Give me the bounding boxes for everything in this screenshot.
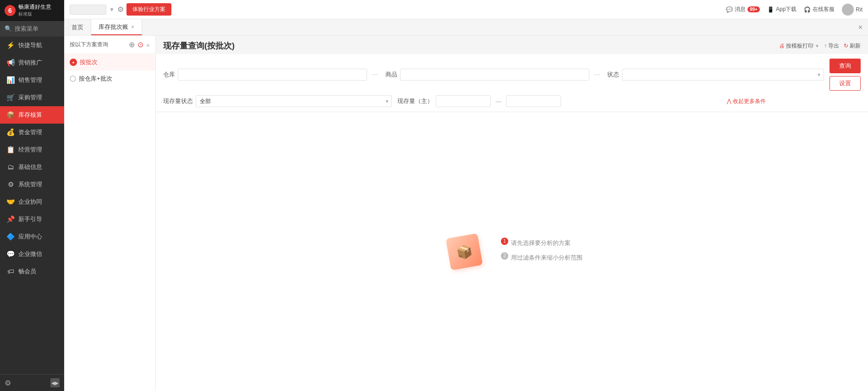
- product-filter: 商品 ···: [385, 69, 602, 81]
- guide-icon: 📌: [6, 215, 15, 223]
- basic-icon: 🗂: [6, 163, 15, 171]
- stock-qty-max-input[interactable]: [506, 95, 561, 107]
- product-input[interactable]: [400, 69, 589, 81]
- breadcrumb-input[interactable]: [70, 5, 106, 15]
- right-panel: 现存量查询(按批次) 🖨 按模板打印 ▼ ↑ 导出 ↻ 刷新: [156, 36, 868, 391]
- left-panel-actions: ⊕ ⊙ «: [129, 40, 150, 49]
- sidebar-menu: ⚡ 快捷导航 📢 营销推广 📊 销售管理 🛒 采购管理 📦 库存核算 💰 资金管…: [0, 37, 64, 374]
- sidebar-item-apps[interactable]: 🔷 应用中心: [0, 228, 64, 245]
- sidebar-item-label: 快捷导航: [18, 41, 42, 49]
- hint-1-num: 1: [501, 238, 508, 245]
- print-dropdown-icon[interactable]: ▼: [815, 43, 819, 49]
- online-service-btn[interactable]: 🎧 在线客服: [804, 5, 835, 13]
- refresh-icon: ↻: [844, 43, 848, 49]
- experience-btn[interactable]: 体验行业方案: [126, 3, 171, 16]
- sidebar-item-guide[interactable]: 📌 新手引导: [0, 211, 64, 228]
- app-version: 标准版: [18, 11, 51, 17]
- messages-badge: 99+: [747, 6, 760, 12]
- sidebar-item-enterprise[interactable]: 🤝 企业协同: [0, 193, 64, 211]
- scheme-item-warehouse-batch[interactable]: 按仓库+批次: [64, 71, 155, 87]
- sidebar-item-label: 采购管理: [18, 93, 42, 102]
- sidebar-item-label: 系统管理: [18, 180, 42, 189]
- marketing-icon: 📢: [6, 59, 15, 67]
- sidebar-item-label: 经营管理: [18, 146, 42, 154]
- refresh-btn[interactable]: ↻ 刷新: [844, 42, 861, 50]
- sidebar-footer: ⚙ ◀▶: [0, 374, 64, 391]
- search-icon: 🔍: [5, 25, 12, 32]
- sidebar-item-shortcut[interactable]: ⚡ 快捷导航: [0, 37, 64, 54]
- sidebar-scroll-btn[interactable]: ◀▶: [50, 378, 60, 387]
- batch-label: 按批次: [80, 58, 98, 66]
- warehouse-input[interactable]: [178, 69, 367, 81]
- topbar: ▼ ⚙ 体验行业方案 💬 消息 99+ 📱 App下载 🎧 在线客服 Rit: [64, 0, 868, 19]
- sidebar-header: 6 畅康通好生意 标准版: [0, 0, 64, 21]
- query-btn[interactable]: 查询: [830, 59, 861, 73]
- tab-close-right-btn[interactable]: ×: [853, 19, 868, 35]
- empty-illustration: 📦: [441, 229, 487, 275]
- app-download-label: App下载: [776, 5, 797, 13]
- sidebar-item-operations[interactable]: 📋 经营管理: [0, 141, 64, 158]
- sidebar-item-marketing[interactable]: 📢 营销推广: [0, 54, 64, 71]
- sidebar: 6 畅康通好生意 标准版 🔍 搜索菜单 ⚡ 快捷导航 📢 营销推广 📊 销售管理…: [0, 0, 64, 391]
- scheme-item-batch[interactable]: ● 按批次: [64, 54, 155, 71]
- sidebar-item-finance[interactable]: 💰 资金管理: [0, 124, 64, 141]
- settings-icon[interactable]: ⚙: [5, 379, 11, 387]
- settings-scheme-btn[interactable]: ⊙: [137, 40, 143, 49]
- sidebar-item-label: 基础信息: [18, 163, 42, 171]
- stock-qty-label: 现存量（主）: [397, 97, 433, 105]
- collapse-btn[interactable]: ⋀ 收起更多条件: [727, 98, 766, 105]
- filter-row-1: 仓库 ··· 商品 ··· 状态: [163, 59, 861, 91]
- collapse-panel-btn[interactable]: «: [146, 41, 150, 49]
- print-btn[interactable]: 🖨 按模板打印 ▼: [779, 42, 819, 50]
- user-profile-btn[interactable]: Rit: [842, 4, 863, 16]
- status-select[interactable]: [622, 69, 824, 81]
- hint-1-text: 请先选择要分析的方案: [511, 237, 571, 249]
- empty-text: 1 请先选择要分析的方案 2 用过滤条件来缩小分析范围: [501, 237, 582, 266]
- export-btn[interactable]: ↑ 导出: [824, 42, 839, 50]
- empty-state: 📦 1 请先选择要分析的方案 2 用过滤条件来缩小分析范围: [156, 112, 868, 391]
- warehouse-label: 仓库: [163, 71, 175, 79]
- sidebar-item-sales[interactable]: 📊 销售管理: [0, 71, 64, 89]
- sidebar-item-basic[interactable]: 🗂 基础信息: [0, 158, 64, 176]
- sidebar-item-inventory[interactable]: 📦 库存核算: [0, 106, 64, 124]
- collapse-label: 收起更多条件: [733, 98, 766, 105]
- enterprise-icon: 🤝: [6, 198, 15, 206]
- sidebar-search[interactable]: 🔍 搜索菜单: [0, 21, 64, 37]
- dropdown-icon[interactable]: ▼: [109, 6, 115, 13]
- collapse-chevron-icon: ⋀: [727, 98, 731, 104]
- app-download-btn[interactable]: 📱 App下载: [767, 5, 797, 13]
- sidebar-item-wechat[interactable]: 💬 企业微信: [0, 245, 64, 263]
- tab-inventory-batch[interactable]: 库存批次账 ×: [91, 19, 142, 35]
- sidebar-item-system[interactable]: ⚙ 系统管理: [0, 176, 64, 193]
- sidebar-item-label: 企业微信: [18, 250, 42, 258]
- product-dots[interactable]: ···: [592, 71, 602, 79]
- sales-icon: 📊: [6, 76, 15, 84]
- topbar-right: 💬 消息 99+ 📱 App下载 🎧 在线客服 Rit: [726, 4, 863, 16]
- sidebar-item-member[interactable]: 🏷 畅会员: [0, 263, 64, 280]
- username: Rit: [856, 6, 863, 13]
- stock-status-select-wrapper: 全部 有库存 无库存 ▼: [196, 95, 392, 107]
- page-header: 现存量查询(按批次) 🖨 按模板打印 ▼ ↑ 导出 ↻ 刷新: [156, 36, 868, 54]
- left-panel-header: 按以下方案查询 ⊕ ⊙ «: [64, 36, 155, 54]
- tab-close-btn[interactable]: ×: [131, 24, 134, 30]
- status-select-wrapper: ▼: [622, 69, 824, 81]
- product-label: 商品: [385, 71, 397, 79]
- filter-area: 仓库 ··· 商品 ··· 状态: [156, 54, 868, 112]
- tab-inventory-batch-label: 库存批次账: [99, 23, 128, 31]
- tab-home-label: 首页: [71, 23, 83, 32]
- content-area: 按以下方案查询 ⊕ ⊙ « ● 按批次 按仓库+批次: [64, 36, 868, 391]
- qty-dash: —: [495, 98, 501, 105]
- status-filter: 状态 ▼: [607, 69, 824, 81]
- add-scheme-btn[interactable]: ⊕: [129, 40, 135, 49]
- settings-btn[interactable]: 设置: [830, 76, 861, 91]
- warehouse-dots[interactable]: ···: [370, 71, 379, 79]
- stock-status-select[interactable]: 全部 有库存 无库存: [196, 95, 392, 107]
- sidebar-item-label: 营销推广: [18, 59, 42, 67]
- stock-status-filter: 现存量状态 全部 有库存 无库存 ▼: [163, 95, 392, 107]
- sidebar-item-purchase[interactable]: 🛒 采购管理: [0, 89, 64, 106]
- left-panel: 按以下方案查询 ⊕ ⊙ « ● 按批次 按仓库+批次: [64, 36, 156, 391]
- stock-qty-min-input[interactable]: [436, 95, 491, 107]
- settings-topbar-icon[interactable]: ⚙: [117, 5, 124, 14]
- messages-btn[interactable]: 💬 消息 99+: [726, 5, 760, 13]
- tab-home[interactable]: 首页: [64, 19, 91, 35]
